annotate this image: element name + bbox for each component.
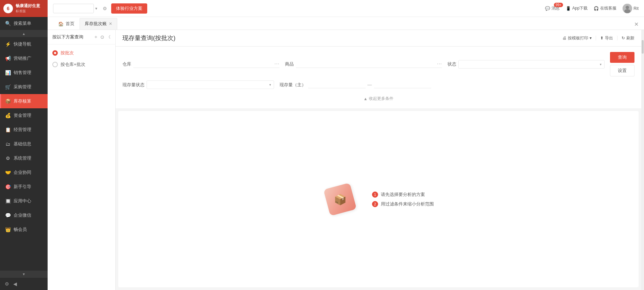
tab-close-icon[interactable]: ✕: [109, 22, 112, 26]
sidebar-item-basic[interactable]: 🗂 基础信息: [0, 137, 48, 151]
sidebar-item-member[interactable]: 👑 畅会员: [0, 222, 48, 237]
topbar-search-area: ▾: [53, 4, 97, 13]
close-all-tabs-btn[interactable]: ✕: [634, 21, 639, 30]
page-header-actions: 🖨 按模板打印 ▾ ⬆ 导出 ↻ 刷新: [562, 35, 634, 41]
refresh-btn[interactable]: ↻ 刷新: [622, 35, 634, 41]
app-logo: 6: [3, 4, 13, 13]
refresh-icon: ↻: [622, 36, 625, 40]
avatar: [623, 4, 632, 13]
sidebar-item-enterprise[interactable]: 🤝 企业协同: [0, 165, 48, 180]
scheme-panel-actions: ＋ ⊙ 《: [94, 34, 111, 40]
basic-icon: 🗂: [5, 141, 11, 147]
warehouse-dots[interactable]: ···: [274, 61, 279, 66]
sidebar-item-label: 基础信息: [14, 141, 31, 147]
sidebar-item-quick-nav[interactable]: ⚡ 快捷导航: [0, 37, 48, 51]
filter-area: 仓库 ··· 商品 ···: [116, 47, 641, 108]
add-scheme-icon[interactable]: ＋: [94, 34, 98, 40]
sidebar-item-label: 经营管理: [14, 127, 31, 133]
sidebar-item-sales[interactable]: 📊 销售管理: [0, 66, 48, 80]
product-label: 商品: [285, 61, 294, 67]
query-button[interactable]: 查询: [610, 52, 634, 63]
topbar-gear-icon[interactable]: ⚙: [103, 6, 107, 11]
collapse-label: 收起更多条件: [369, 96, 393, 102]
scheme-panel-header: 按以下方案查询 ＋ ⊙ 《: [48, 30, 115, 44]
stock-status-select[interactable]: [150, 82, 268, 87]
app-download-action[interactable]: 📱 App下载: [566, 5, 588, 11]
stock-status-select-wrapper: ▾: [147, 80, 274, 89]
sidebar-scroll-up[interactable]: ▲: [0, 30, 48, 37]
stock-status-chevron[interactable]: ▾: [269, 83, 271, 87]
settings-footer-icon[interactable]: ⚙: [5, 281, 9, 287]
user-profile-action[interactable]: Rit: [623, 4, 639, 13]
messages-badge: 99+: [554, 3, 563, 7]
wechat-icon: 💬: [5, 213, 11, 218]
scheme-settings-icon[interactable]: ⊙: [100, 34, 104, 40]
settings-button[interactable]: 设置: [610, 65, 634, 76]
scheme-item-label: 按批次: [61, 50, 74, 56]
topbar-search-input[interactable]: [53, 4, 94, 13]
right-scrollbar[interactable]: [641, 30, 644, 290]
sidebar-item-label: 系统管理: [14, 155, 31, 161]
warehouse-input[interactable]: [133, 61, 273, 66]
print-icon: 🖨: [562, 36, 566, 40]
experience-btn[interactable]: 体验行业方案: [111, 3, 147, 14]
product-dots[interactable]: ···: [437, 61, 442, 66]
messages-action[interactable]: 💬 消息 99+: [545, 5, 560, 11]
finance-icon: 💰: [5, 113, 11, 118]
sidebar-item-operations[interactable]: 📋 经营管理: [0, 123, 48, 137]
right-content: 现存量查询(按批次) 🖨 按模板打印 ▾ ⬆ 导出: [116, 30, 641, 290]
sidebar-item-label: 快捷导航: [14, 41, 31, 47]
scheme-panel: 按以下方案查询 ＋ ⊙ 《 按批次 按仓库+批次: [48, 30, 116, 290]
page-title: 现存量查询(按批次): [122, 34, 175, 42]
tab-batch-account[interactable]: 库存批次账 ✕: [80, 18, 117, 30]
status-select[interactable]: [461, 62, 598, 67]
sidebar-item-system[interactable]: ⚙ 系统管理: [0, 151, 48, 165]
sales-icon: 📊: [5, 70, 11, 75]
sidebar-item-purchase[interactable]: 🛒 采购管理: [0, 80, 48, 94]
warehouse-input-wrapper: ···: [133, 61, 279, 68]
print-btn[interactable]: 🖨 按模板打印 ▾: [562, 35, 592, 41]
operations-icon: 📋: [5, 127, 11, 132]
empty-icon-box: 📦: [323, 183, 357, 216]
stock-quantity-dash: —: [368, 82, 372, 87]
collapse-bar[interactable]: ▲ 收起更多条件: [122, 93, 634, 103]
header-divider-2: [617, 36, 617, 40]
topbar-actions: 💬 消息 99+ 📱 App下载 🎧 在线客服: [545, 4, 639, 13]
apps-icon: 🔲: [5, 198, 11, 204]
quick-nav-icon: ⚡: [5, 41, 11, 47]
sidebar-item-label: 营销推广: [14, 55, 31, 61]
status-chevron-icon[interactable]: ▾: [600, 62, 601, 66]
empty-state: 📦 1 请先选择要分析的方案 2 用过滤条件来缩小分析范围: [118, 111, 639, 287]
action-buttons: 查询 设置: [610, 52, 634, 76]
scheme-item-by-warehouse-batch[interactable]: 按仓库+批次: [48, 59, 115, 70]
export-label: 导出: [605, 35, 613, 41]
collapse-panel-icon[interactable]: 《: [106, 34, 111, 40]
sidebar-item-label: 销售管理: [14, 70, 31, 76]
sidebar-item-newbie[interactable]: 🎯 新手引导: [0, 180, 48, 194]
sidebar-item-label: 库存核算: [14, 98, 31, 104]
sidebar-scroll-down[interactable]: ▼: [0, 271, 48, 277]
collapse-sidebar-icon[interactable]: ◀: [13, 281, 17, 287]
sidebar-search[interactable]: 🔍 搜索菜单: [0, 17, 48, 30]
page-header: 现存量查询(按批次) 🖨 按模板打印 ▾ ⬆ 导出: [116, 30, 641, 47]
svg-point-2: [624, 9, 630, 13]
sidebar-item-apps[interactable]: 🔲 应用中心: [0, 194, 48, 208]
tab-home[interactable]: 🏠 首页: [53, 18, 80, 30]
stock-status-filter: 现存量状态 ▾: [122, 80, 274, 89]
scheme-item-by-batch[interactable]: 按批次: [48, 47, 115, 59]
export-btn[interactable]: ⬆ 导出: [600, 35, 613, 41]
scheme-list: 按批次 按仓库+批次: [48, 44, 115, 73]
empty-step-1: 1 请先选择要分析的方案: [372, 192, 434, 198]
sidebar-item-marketing[interactable]: 📢 营销推广: [0, 51, 48, 66]
stock-quantity-min[interactable]: [308, 81, 366, 88]
sidebar-item-finance[interactable]: 💰 资金管理: [0, 108, 48, 123]
online-support-action[interactable]: 🎧 在线客服: [594, 5, 616, 11]
search-menu-label: 搜索菜单: [14, 20, 31, 26]
stock-quantity-max[interactable]: [374, 81, 431, 88]
sidebar: 6 畅康通好生意 标准版 🔍 搜索菜单 ▲ ⚡ 快捷导航 📢 营销推广 📊 销售…: [0, 0, 48, 290]
product-input[interactable]: [296, 61, 436, 66]
sidebar-item-wechat[interactable]: 💬 企业微信: [0, 208, 48, 222]
sidebar-item-inventory[interactable]: 📦 库存核算: [0, 94, 48, 108]
headset-icon: 🎧: [594, 6, 599, 11]
topbar-chevron-icon[interactable]: ▾: [95, 6, 97, 11]
